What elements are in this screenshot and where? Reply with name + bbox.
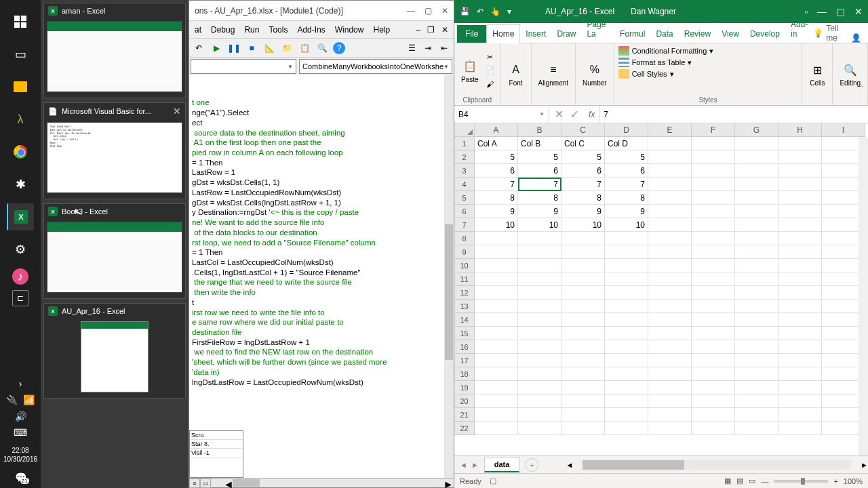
tab-developer[interactable]: Develop (745, 25, 785, 43)
close-button[interactable]: ✕ (441, 6, 448, 16)
new-sheet-button[interactable]: + (525, 458, 538, 472)
alignment-button[interactable]: ≡Alignment (536, 60, 571, 88)
vbe-titlebar[interactable]: ons - AU_Apr_16.xlsx - [Module1 (Code)] … (189, 1, 454, 21)
maximize-button[interactable]: ▢ (836, 6, 845, 17)
zoom-out-button[interactable]: — (761, 477, 768, 485)
mdi-close-button[interactable]: ✕ (441, 25, 448, 35)
page-layout-button[interactable]: ▤ (736, 476, 743, 485)
excel-taskbar-icon[interactable]: X (7, 203, 34, 230)
formula-bar[interactable]: 7 (599, 106, 868, 123)
sheet-nav-next[interactable]: ► (471, 461, 479, 469)
cancel-formula-button[interactable]: ✕ (555, 108, 564, 121)
font-button[interactable]: AFont (505, 60, 527, 88)
notifications-icon[interactable]: 💬21 (15, 472, 26, 483)
save-button[interactable]: 💾 (460, 7, 470, 16)
list-button[interactable]: ☰ (405, 41, 418, 55)
indent-button[interactable]: ⇥ (421, 41, 435, 55)
tab-home[interactable]: Home (486, 24, 520, 43)
enter-formula-button[interactable]: ✓ (570, 108, 579, 121)
properties-window[interactable]: Scro Star 8. Visil -1 (189, 430, 243, 478)
file-explorer-icon[interactable] (7, 73, 34, 100)
collapse-ribbon-button[interactable]: ⌃ (859, 84, 865, 93)
run-button[interactable]: ▶ (210, 41, 223, 55)
cut-button[interactable]: ✂ (484, 51, 496, 63)
menu-item[interactable]: Add-Ins (297, 25, 325, 35)
number-button[interactable]: %Number (580, 60, 610, 88)
properties-button[interactable]: 📋 (298, 41, 311, 55)
menu-item[interactable]: Help (373, 25, 390, 35)
minimize-button[interactable]: — (407, 6, 415, 16)
tab-addins[interactable]: Add-in (785, 16, 813, 43)
switcher-item[interactable]: 📄Microsoft Visual Basic for...✕ Sub Comb… (43, 102, 186, 199)
sheet-tab[interactable]: data (484, 457, 520, 472)
vertical-scrollbar[interactable] (859, 137, 868, 455)
tab-file[interactable]: File (457, 25, 486, 43)
procedure-combo[interactable]: CombineManyWorkbooksIntoOneWorkshe (299, 59, 452, 74)
pause-button[interactable]: ❚❚ (227, 41, 241, 55)
zoom-in-button[interactable]: + (833, 477, 837, 485)
tab-insert[interactable]: Insert (520, 25, 551, 43)
chrome-icon[interactable] (7, 138, 34, 165)
horizontal-scrollbar[interactable]: ◄► (223, 479, 454, 487)
page-break-button[interactable]: ▭ (749, 476, 755, 485)
wifi-icon[interactable]: 📶 (23, 394, 35, 405)
menu-item[interactable]: Run (244, 25, 259, 35)
app-icon-c[interactable]: ⊏ (12, 290, 28, 306)
tab-pagelayout[interactable]: Page La (581, 16, 614, 43)
stop-button[interactable]: ■ (245, 41, 258, 55)
paste-button[interactable]: 📋Paste (458, 57, 481, 85)
format-painter-button[interactable]: 🖌 (484, 78, 496, 90)
cell-styles-button[interactable]: Cell Styles ▾ (618, 69, 674, 79)
zoom-slider[interactable] (774, 480, 828, 483)
project-explorer-button[interactable]: 📁 (280, 41, 294, 55)
switcher-item[interactable]: Xaman - Excel (43, 3, 186, 98)
expand-tray-icon[interactable]: › (19, 378, 22, 389)
task-view-button[interactable]: ▭ (7, 41, 34, 68)
minimize-button[interactable]: — (817, 6, 827, 17)
object-combo[interactable] (191, 59, 296, 74)
ribbon-display-button[interactable]: ▫ (804, 6, 808, 17)
design-mode-button[interactable]: 📐 (262, 41, 276, 55)
keyboard-icon[interactable]: ⌨ (14, 427, 27, 438)
mdi-restore-button[interactable]: ❐ (427, 25, 435, 35)
format-as-table-button[interactable]: Format as Table ▾ (618, 58, 692, 67)
switcher-item[interactable]: XAU_Apr_16 - Excel (43, 303, 186, 399)
undo-button[interactable]: ↶ (477, 7, 484, 16)
copy-button[interactable]: 📄 (484, 64, 496, 77)
cells-button[interactable]: ⊞Cells (806, 60, 828, 88)
code-editor[interactable]: t onenge("A1").Selectect source data to … (189, 75, 454, 478)
tell-me-search[interactable]: 💡 Tell me (813, 24, 847, 43)
object-browser-button[interactable]: 🔍 (315, 41, 329, 55)
close-icon[interactable]: ✕ (173, 106, 181, 117)
normal-view-button[interactable]: ▦ (724, 476, 731, 485)
full-module-view-button[interactable]: ≡ (189, 479, 200, 488)
switcher-item[interactable]: XBook3 - Excel (43, 203, 186, 299)
zoom-level[interactable]: 100% (844, 477, 863, 485)
settings-icon[interactable]: ⚙ (7, 236, 34, 263)
spreadsheet-grid[interactable]: ABCDEFGHI1Col ACol BCol CCol D2555536666… (454, 123, 868, 455)
tab-data[interactable]: Data (650, 25, 678, 43)
sheet-nav-prev[interactable]: ◄ (460, 461, 467, 469)
touch-mode-button[interactable]: 👆 (490, 7, 500, 16)
horizontal-scrollbar[interactable]: ◄► (566, 460, 868, 470)
menu-item[interactable]: at (195, 25, 201, 35)
power-icon[interactable]: 🔌 (6, 394, 18, 405)
name-box[interactable]: B4 (454, 106, 549, 123)
mdi-minimize-button[interactable]: – (416, 25, 420, 35)
menu-item[interactable]: Debug (211, 25, 235, 35)
help-button[interactable]: ? (333, 42, 345, 54)
tab-draw[interactable]: Draw (551, 25, 581, 43)
tab-formulas[interactable]: Formul (614, 25, 650, 43)
fx-icon[interactable]: fx (585, 110, 599, 119)
vertical-scrollbar[interactable] (444, 75, 454, 478)
app-icon-lambda[interactable]: λ (7, 106, 34, 133)
tab-review[interactable]: Review (679, 25, 716, 43)
proc-view-button[interactable]: ▭ (200, 479, 211, 488)
conditional-formatting-button[interactable]: Conditional Formatting ▾ (618, 46, 714, 56)
volume-icon[interactable]: 🔊 (15, 411, 26, 422)
app-icon-gear[interactable]: ✱ (7, 171, 34, 198)
close-button[interactable]: ✕ (854, 6, 863, 17)
share-button[interactable]: 👤 (847, 33, 865, 43)
menu-item[interactable]: Tools (269, 25, 288, 35)
macro-record-button[interactable]: ▢ (490, 476, 496, 485)
